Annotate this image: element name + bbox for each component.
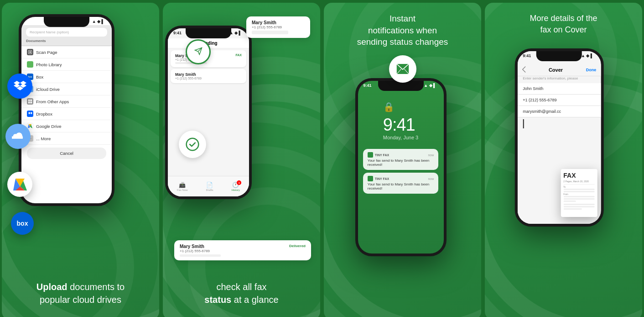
cover-title: Cover [549,67,563,73]
tab-drafts[interactable]: 📄 Drafts [206,182,213,191]
cover-phone-field[interactable]: +1 (212) 555-6789 [517,95,601,106]
panel-1-bottom-text: Upload documents topopular cloud drives [2,280,159,306]
text-cursor [523,119,601,128]
phone-screen-3: 9:41 ▲ ◆ ▌ 🔒 9:41 Monday, June 3 TINY FA… [358,81,444,254]
panel-1: box ▲ ◆ ▌ Recipient Name (option) Docume… [2,3,159,317]
dropbox-label: Dropbox [36,111,52,116]
fax-preview-subtitle: 2 Pages, March 20, 2020 [563,180,594,185]
status-icons: ▲ ◆ ▌ [92,19,104,24]
notif-text-2: Your fax send to Mary Smith has been rec… [368,182,434,190]
send-circle-1 [186,39,211,64]
status-bold: status [204,295,231,305]
lock-time: 9:41 [383,115,418,135]
svg-rect-15 [30,101,32,103]
menu-item-dropbox[interactable]: Dropbox [21,108,112,120]
status-time-2: 9:41 [173,31,182,35]
recipient-input[interactable]: Recipient Name (option) [26,28,107,37]
lock-screen: 9:41 ▲ ◆ ▌ 🔒 9:41 Monday, June 3 TINY FA… [358,81,444,254]
fax-status-phone-2: +1 (212) 555-6789 [175,77,202,80]
menu-item-gdrive[interactable]: Google Drive [21,120,112,132]
notif-app-2: TINY FAX [375,177,389,180]
lock-time-bar: 9:41 [364,83,372,88]
menu-item-icloud[interactable]: iCloud Drive [21,83,112,95]
notif-time-2: now [428,177,434,180]
dropbox-menu-icon [27,111,33,117]
lock-content: 🔒 9:41 Monday, June 3 [383,101,418,148]
fax-status-badge-1: FAX [235,53,242,64]
fax-card-1: Mary Smith +1 (212) 555-6789 [246,16,310,38]
notifications-bold: notifications [368,26,414,35]
fax-status-name-2: Mary Smith [175,72,202,77]
tab-history-label: History [231,189,240,191]
cover-screen: 9:41 ▲ ◆ ▌ Cover Done Enter sender's inf… [517,51,601,224]
cover-done-button[interactable]: Done [586,68,597,72]
cover-email-field[interactable]: marysmith@gmail.cc [517,106,601,117]
more-details-normal: More details of the [530,14,597,23]
scan-label: Scan Page [36,50,57,55]
phone-screen-4: 9:41 ▲ ◆ ▌ Cover Done Enter sender's inf… [517,51,601,224]
fax-line-b [563,189,594,190]
fax-to-label: To [563,186,594,188]
fax-line-i [563,208,582,210]
fax-line-e [563,198,594,200]
panel-4-top-text: More details of the fax on Cover [485,13,642,36]
check-circle [179,131,206,158]
fax-line-f [563,201,576,202]
fax-line-h [563,206,594,207]
fax-line-g [563,204,594,205]
svg-marker-18 [30,113,32,114]
cover-back-icon[interactable] [522,66,525,74]
menu-item-more[interactable]: ··· ... More [21,132,112,145]
cancel-button[interactable]: Cancel [27,148,106,159]
phone-screen-1: ▲ ◆ ▌ Recipient Name (option) Documents … [21,17,112,203]
scan-icon [27,49,33,55]
cover-nav: Cover Done [517,64,601,76]
fax-preview: FAX 2 Pages, March 20, 2020 To From [561,169,597,217]
svg-rect-12 [28,100,30,101]
notif-header-1: TINY FAX now [368,152,434,158]
menu-item-photo[interactable]: Photo Library [21,58,112,71]
fax-line-c [563,191,594,192]
upload-bold: Upload [36,282,68,292]
fax-line-1 [252,31,288,34]
tab-fax-now[interactable]: 📠 Fax Now [177,182,188,191]
more-label: ... More [36,136,51,141]
notif-app-icon-1 [368,152,373,158]
notif-app-1: TINY FAX [375,153,389,157]
panel-4: More details of the fax on Cover 9:41 ▲ … [485,3,642,317]
photo-label: Photo Library [36,62,62,67]
status-bar-2: 9:41 ▲ ◆ ▌ [168,28,249,37]
svg-rect-14 [28,101,30,103]
cover-name-field[interactable]: John Smith [517,83,601,95]
check-normal: check all fax [216,282,266,292]
status-bar-4: 9:41 ▲ ◆ ▌ [517,51,601,60]
delivered-badge: Delivered [289,244,306,248]
menu-item-box[interactable]: box Box [21,71,112,83]
notification-1: TINY FAX now Your fax send to Mary Smith… [363,149,438,170]
fax-preview-title: FAX [563,172,594,179]
gdrive-icon [7,172,32,197]
notif-time-1: now [428,153,434,157]
gdrive-label: Google Drive [36,124,61,129]
box-icon: box [11,212,34,235]
icloud-icon [5,124,31,149]
glance-normal: at a glance [231,295,278,305]
notif-text-1: Your fax send to Mary Smith has been rec… [368,158,434,167]
history-badge: 1 [237,180,241,185]
svg-marker-19 [28,113,31,114]
box-label: Box [36,74,43,79]
menu-item-scan[interactable]: Scan Page [21,46,112,58]
menu-list: Scan Page Photo Library box Box iCloud D… [21,46,112,159]
envelope-float [389,55,416,83]
fax-phone-1: +1 (212) 555-6789 [252,25,288,29]
notif-app-row-1: TINY FAX [368,152,389,158]
fax-delivered-line [180,254,221,257]
svg-rect-13 [30,100,32,101]
phone-mockup-1: ▲ ◆ ▌ Recipient Name (option) Documents … [19,14,114,206]
cover-bold: Cover [565,25,587,34]
tab-history[interactable]: 🕐 1 History [231,182,240,191]
status-time-4: 9:41 [523,53,531,58]
status-icons-4: ▲ ◆ ▌ [581,53,593,58]
menu-item-other-apps[interactable]: From Other Apps [21,95,112,108]
fax-delivered-name: Mary Smith [180,244,221,249]
